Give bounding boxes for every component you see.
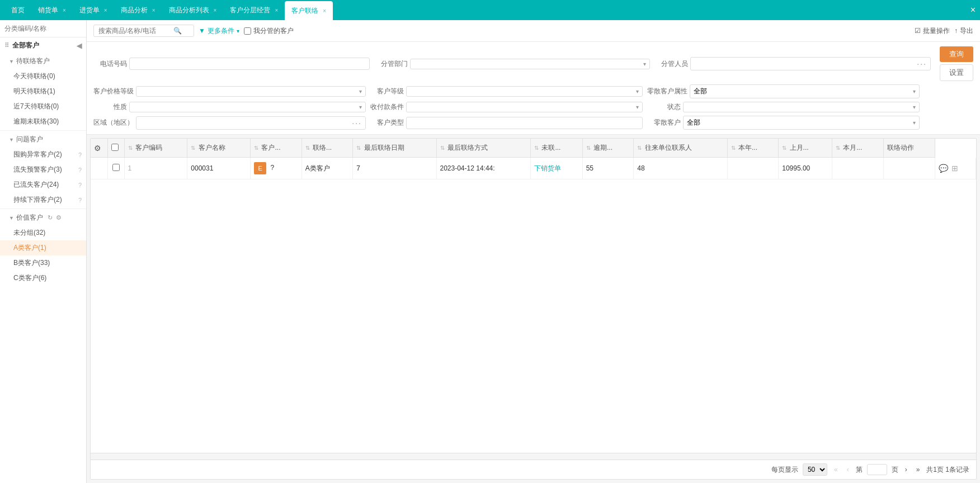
cnt-sort-icon[interactable]: ⇅: [305, 145, 310, 151]
sidebar-item-tomorrow-pending[interactable]: 明天待联络(1): [0, 84, 86, 99]
lm-sort-icon[interactable]: ⇅: [782, 145, 786, 151]
retail-customer-select[interactable]: 全部 ▾: [683, 116, 920, 130]
sidebar-group-pending-contact[interactable]: ▼ 待联络客户: [0, 54, 86, 69]
nav-sales-order-close[interactable]: ×: [63, 7, 66, 13]
checkbox-icon: ☑: [915, 27, 921, 35]
customer-type-input[interactable]: [406, 117, 643, 129]
nav-product-analysis-list-close[interactable]: ×: [214, 7, 217, 13]
nav-product-analysis[interactable]: 商品分析 ×: [114, 0, 162, 20]
customer-grade-select[interactable]: ▾: [406, 86, 643, 97]
status-select[interactable]: ▾: [683, 102, 920, 112]
ctype-sort-icon[interactable]: ⇅: [254, 145, 258, 151]
sidebar-item-class-c[interactable]: C类客户(6): [0, 271, 86, 286]
tm-sort-icon[interactable]: ⇅: [836, 145, 840, 151]
tm-header-label: 本月...: [843, 144, 862, 151]
nav-sales-order[interactable]: 销货单 ×: [31, 0, 73, 20]
dept-select[interactable]: ▾: [410, 59, 651, 69]
select-all-checkbox[interactable]: [111, 144, 119, 151]
payment-select[interactable]: ▾: [406, 102, 643, 112]
nav-product-analysis-list[interactable]: 商品分析列表 ×: [162, 0, 224, 20]
sidebar-item-overdue-contact[interactable]: 逾期未联络(30): [0, 114, 86, 129]
nav-customer-segment-close[interactable]: ×: [275, 7, 278, 13]
settings-button[interactable]: 设置: [940, 64, 973, 81]
sidebar-item-declining[interactable]: 持续下滑客户(2) ?: [0, 192, 86, 207]
page-input[interactable]: 1: [867, 464, 887, 475]
nav-customer-contact[interactable]: 客户联络 ×: [285, 1, 333, 20]
nav-purchase-order-close[interactable]: ×: [104, 7, 107, 13]
sidebar-item-today-pending[interactable]: 今天待联络(0): [0, 69, 86, 84]
row-last-method-link[interactable]: 下销货单: [534, 164, 561, 172]
query-button[interactable]: 查询: [940, 46, 973, 62]
page-suffix: 页: [892, 465, 898, 475]
churn-warning-help-icon[interactable]: ?: [78, 167, 82, 173]
value-settings-icon[interactable]: ⚙: [56, 214, 62, 221]
sidebar-group-problem-customers[interactable]: ▼ 问题客户: [0, 132, 86, 147]
od-sort-icon[interactable]: ⇅: [586, 145, 591, 151]
phone-input[interactable]: [129, 58, 370, 70]
table-header-checkbox[interactable]: [107, 139, 124, 158]
ty-sort-icon[interactable]: ⇅: [731, 145, 736, 151]
page-prev-btn[interactable]: ‹: [845, 465, 851, 475]
nature-select[interactable]: ▾: [129, 102, 366, 112]
nc-sort-icon[interactable]: ⇅: [534, 145, 539, 151]
sidebar-group-value-customers[interactable]: ▼ 价值客户 ↻ ⚙: [0, 210, 86, 225]
horizontal-scrollbar[interactable]: [91, 453, 976, 460]
page-next-btn[interactable]: ›: [903, 465, 910, 475]
table-header-gear[interactable]: ⚙: [91, 139, 107, 158]
my-customers-checkbox-label[interactable]: 我分管的客户: [244, 26, 294, 36]
nav-purchase-order[interactable]: 进货单 ×: [73, 0, 114, 20]
ldate-sort-icon[interactable]: ⇅: [356, 145, 361, 151]
page-first-btn[interactable]: «: [832, 465, 840, 475]
table-header-company-contact: ⇅ 往来单位联系人: [634, 139, 727, 158]
nature-field: 性质 ▾: [93, 102, 366, 112]
value-refresh-icon[interactable]: ↻: [48, 214, 53, 221]
table-scroll-area[interactable]: ⚙ ⇅ 客户编码 ⇅ 客户名称: [91, 139, 976, 453]
sidebar-search-input[interactable]: [4, 25, 87, 32]
churned-help-icon[interactable]: ?: [78, 182, 82, 188]
sidebar-item-churn-warning[interactable]: 流失预警客户(3) ?: [0, 162, 86, 177]
sidebar-item-unclassified[interactable]: 未分组(32): [0, 225, 86, 240]
sidebar-item-churned[interactable]: 已流失客户(24) ?: [0, 177, 86, 192]
sidebar-item-class-b[interactable]: B类客户(33): [0, 255, 86, 271]
price-grade-select[interactable]: ▾: [136, 86, 366, 97]
main-layout: 🔍 ⠿ 全部客户 ◀ ▼ 待联络客户 今天待联络(0) 明天待联络(1) 近7天…: [0, 20, 980, 483]
name-sort-icon[interactable]: ⇅: [191, 145, 195, 151]
filter-more-conditions[interactable]: ▼ 更多条件 ▾: [199, 26, 239, 36]
nav-customer-segment[interactable]: 客户分层经营 ×: [223, 0, 285, 20]
row-qr-icon[interactable]: ⊞: [951, 164, 958, 173]
tomorrow-pending-label: 明天待联络(1): [13, 87, 55, 96]
code-sort-icon[interactable]: ⇅: [128, 145, 133, 151]
row-not-contacted: 55: [582, 158, 634, 179]
row-chat-icon[interactable]: 💬: [939, 164, 948, 173]
sidebar-item-class-a[interactable]: A类客户(1): [0, 240, 86, 255]
sidebar-item-hoarding[interactable]: 囤购异常客户(2) ?: [0, 147, 86, 162]
region-select[interactable]: ···: [136, 116, 366, 130]
nav-home[interactable]: 首页: [4, 0, 31, 20]
nav-customer-contact-close[interactable]: ×: [323, 8, 326, 14]
retail-attr-select[interactable]: 全部 ▾: [690, 84, 920, 98]
export-button[interactable]: ↑ 导出: [954, 26, 973, 36]
sidebar-collapse-icon[interactable]: ◀: [77, 42, 82, 50]
my-customers-checkbox[interactable]: [244, 27, 251, 35]
row-action-icons: 💬 ⊞: [939, 164, 972, 173]
window-close-button[interactable]: ×: [970, 5, 976, 15]
hoarding-help-icon[interactable]: ?: [78, 151, 82, 158]
filter-search-input[interactable]: [98, 27, 171, 35]
row-not-contacted-value: 55: [586, 164, 593, 172]
customer-grade-arrow: ▾: [636, 88, 639, 94]
lmethod-sort-icon[interactable]: ⇅: [440, 145, 445, 151]
nav-product-analysis-close[interactable]: ×: [152, 7, 156, 13]
row-actions: 💬 ⊞: [935, 158, 976, 179]
page-last-btn[interactable]: »: [914, 465, 922, 475]
7days-pending-label: 近7天待联络(0): [13, 102, 59, 111]
declining-help-icon[interactable]: ?: [78, 197, 82, 203]
sidebar-item-7days-pending[interactable]: 近7天待联络(0): [0, 99, 86, 114]
manager-select[interactable]: ···: [690, 57, 931, 70]
per-page-select[interactable]: 50: [803, 463, 827, 476]
class-b-label: B类客户(33): [13, 258, 50, 268]
filter-search-icon[interactable]: 🔍: [173, 27, 182, 35]
row-checkbox[interactable]: [112, 164, 120, 171]
cc-sort-icon[interactable]: ⇅: [637, 145, 642, 151]
sidebar-all-customers[interactable]: ⠿ 全部客户 ◀: [0, 37, 86, 54]
batch-ops-button[interactable]: ☑ 批量操作: [915, 26, 950, 36]
